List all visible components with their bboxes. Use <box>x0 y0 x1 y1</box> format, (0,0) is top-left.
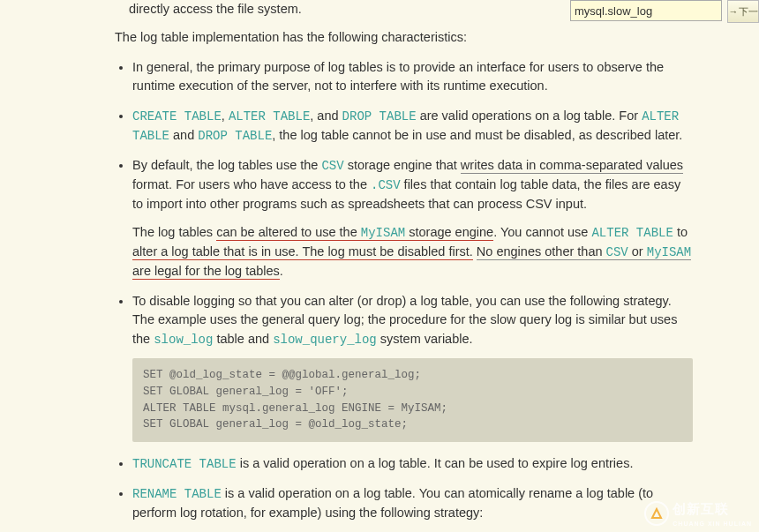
code-drop-table-2: DROP TABLE <box>198 129 272 143</box>
code-csv-2: CSV <box>606 245 628 259</box>
bullet-csv-engine: By default, the log tables use the CSV s… <box>132 156 693 281</box>
code-slow-query-log: slow_query_log <box>273 333 377 347</box>
svg-point-0 <box>645 502 668 525</box>
bullet-valid-ops: CREATE TABLE, ALTER TABLE, and DROP TABL… <box>132 107 693 146</box>
code-alter-table-3: ALTER TABLE <box>591 226 673 240</box>
characteristics-list: In general, the primary purpose of log t… <box>115 58 693 533</box>
bullet-purpose-text: In general, the primary purpose of log t… <box>132 60 664 94</box>
code-csv-ext: .CSV <box>371 178 401 192</box>
code-alter-table: ALTER TABLE <box>229 109 310 124</box>
watermark-logo: 创新互联 CHUANG XIN HULIAN <box>644 499 752 528</box>
underline-disabled-first: alter a log table that is in use. The lo… <box>132 244 473 260</box>
underline-writes-csv: writes data in comma-separated values <box>461 158 683 174</box>
search-input[interactable] <box>570 0 722 21</box>
underline-legal: are legal for the log tables <box>132 264 280 280</box>
code-myisam-2: MyISAM <box>647 245 691 259</box>
code-truncate-table: TRUNCATE TABLE <box>132 457 237 471</box>
code-block-disable: SET @old_log_state = @@global.general_lo… <box>132 358 693 442</box>
top-search-bar: →下一 <box>570 0 759 23</box>
code-drop-table: DROP TABLE <box>342 109 417 124</box>
logo-text-small: CHUANG XIN HULIAN <box>673 520 752 529</box>
logo-icon <box>644 501 669 526</box>
code-create-table: CREATE TABLE <box>132 109 222 124</box>
intro-paragraph: The log table implementation has the fol… <box>115 28 693 48</box>
bullet-purpose: In general, the primary purpose of log t… <box>132 58 693 97</box>
underline-altered-myisam: can be altered to use the MyISAM storage… <box>216 225 493 241</box>
next-button-label: →下一 <box>729 4 758 19</box>
code-rename-table: RENAME TABLE <box>132 487 222 501</box>
code-slow-log: slow_log <box>154 333 213 347</box>
next-button[interactable]: →下一 <box>727 0 759 23</box>
bullet-rename: RENAME TABLE is a valid operation on a l… <box>132 484 693 532</box>
doc-content: directly access the file system. The log… <box>115 0 693 532</box>
code-csv: CSV <box>321 159 343 173</box>
bullet-disable-logging: To disable logging so that you can alter… <box>132 292 693 443</box>
code-myisam: MyISAM <box>361 226 405 240</box>
logo-text-big: 创新互联 <box>673 501 729 516</box>
bullet-truncate: TRUNCATE TABLE is a valid operation on a… <box>132 454 693 474</box>
underline-no-engines: No engines other than CSV or MyISAM <box>477 244 691 260</box>
